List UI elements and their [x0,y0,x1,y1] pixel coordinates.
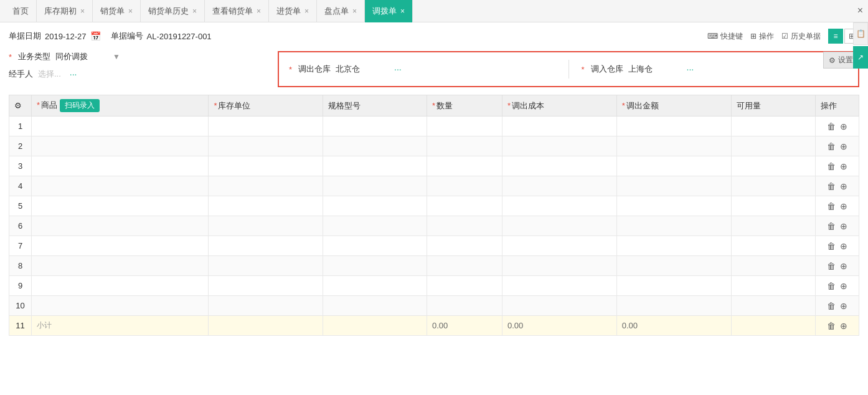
spec-cell[interactable] [323,236,427,256]
copy-icon[interactable]: ⊕ [840,161,847,171]
qty-cell[interactable] [427,256,502,276]
copy-icon[interactable]: ⊕ [840,301,847,311]
product-cell[interactable] [32,196,209,216]
delete-icon[interactable]: 🗑 [827,201,836,211]
cost-cell[interactable] [502,136,616,156]
unit-cell[interactable] [209,276,323,296]
spec-cell[interactable] [323,176,427,196]
cost-cell[interactable] [502,276,616,296]
tab-inventory-init[interactable]: 库存期初 × [37,0,93,22]
delete-icon[interactable]: 🗑 [827,241,836,251]
spec-cell[interactable] [323,276,427,296]
copy-icon[interactable]: ⊕ [840,241,847,251]
spec-cell[interactable] [323,117,427,136]
tab-purchase[interactable]: 进货单 × [269,0,317,22]
unit-cell[interactable] [209,136,323,156]
available-cell[interactable] [731,176,815,196]
qty-cell[interactable] [427,196,502,216]
copy-icon[interactable]: ⊕ [840,181,847,191]
amount-cell[interactable] [616,117,731,136]
tab-sales-order[interactable]: 销货单 × [93,0,141,22]
available-cell[interactable] [731,276,815,296]
product-cell[interactable] [32,117,209,136]
col-settings[interactable]: ⚙ [9,95,32,117]
available-cell[interactable] [731,256,815,276]
tab-close-purchase[interactable]: × [304,7,309,16]
qty-cell[interactable] [427,296,502,316]
tab-close-sales-history[interactable]: × [192,7,197,16]
tab-inventory-check[interactable]: 盘点单 × [317,0,365,22]
calendar-icon[interactable]: 📅 [90,31,101,41]
qty-cell[interactable] [427,117,502,136]
copy-icon[interactable]: ⊕ [840,221,847,231]
amount-cell[interactable] [616,196,731,216]
amount-cell[interactable] [616,256,731,276]
amount-cell[interactable] [616,216,731,236]
cost-cell[interactable] [502,117,616,136]
product-cell[interactable] [32,236,209,256]
delete-icon[interactable]: 🗑 [827,141,836,151]
available-cell[interactable] [731,216,815,236]
available-cell[interactable] [731,296,815,316]
sidebar-expand-button[interactable]: ↗ [853,46,868,69]
product-cell[interactable] [32,216,209,236]
tab-close-transfer[interactable]: × [400,7,405,16]
delete-icon[interactable]: 🗑 [827,181,836,191]
unit-cell[interactable] [209,216,323,236]
shortcut-button[interactable]: ⌨ 快捷键 [707,31,743,42]
tab-home[interactable]: 首页 [5,0,37,22]
available-cell[interactable] [731,136,815,156]
cost-cell[interactable] [502,296,616,316]
spec-cell[interactable] [323,196,427,216]
copy-icon[interactable]: ⊕ [840,281,847,291]
person-more-icon[interactable]: ··· [70,69,77,79]
product-cell[interactable] [32,156,209,176]
copy-icon[interactable]: ⊕ [840,141,847,151]
history-button[interactable]: ☑ 历史单据 [781,31,821,42]
amount-cell[interactable] [616,276,731,296]
unit-cell[interactable] [209,117,323,136]
product-cell[interactable] [32,136,209,156]
delete-icon[interactable]: 🗑 [827,221,836,231]
tab-close-inventory-check[interactable]: × [352,7,357,16]
unit-cell[interactable] [209,196,323,216]
product-cell[interactable] [32,256,209,276]
tab-close-view-sales[interactable]: × [257,7,261,16]
delete-icon[interactable]: 🗑 [827,261,836,271]
delete-icon[interactable]: 🗑 [827,161,836,171]
close-window-button[interactable]: × [857,5,863,16]
amount-cell[interactable] [616,296,731,316]
spec-cell[interactable] [323,156,427,176]
tab-transfer[interactable]: 调拨单 × [365,0,413,22]
qty-cell[interactable] [427,156,502,176]
unit-cell[interactable] [209,256,323,276]
spec-cell[interactable] [323,296,427,316]
cost-cell[interactable] [502,216,616,236]
product-cell[interactable] [32,296,209,316]
tab-close-inventory-init[interactable]: × [80,7,85,16]
cost-cell[interactable] [502,176,616,196]
cost-cell[interactable] [502,256,616,276]
spec-cell[interactable] [323,256,427,276]
copy-icon[interactable]: ⊕ [840,261,847,271]
qty-cell[interactable] [427,176,502,196]
delete-icon[interactable]: 🗑 [827,281,836,291]
available-cell[interactable] [731,117,815,136]
delete-icon[interactable]: 🗑 [827,301,836,311]
product-cell[interactable] [32,276,209,296]
view-list-button[interactable]: ≡ [828,29,843,44]
unit-cell[interactable] [209,296,323,316]
amount-cell[interactable] [616,236,731,256]
qty-cell[interactable] [427,136,502,156]
scan-input-button[interactable]: 扫码录入 [60,99,100,112]
copy-icon[interactable]: ⊕ [840,321,847,331]
qty-cell[interactable] [427,276,502,296]
spec-cell[interactable] [323,216,427,236]
cost-cell[interactable] [502,196,616,216]
tab-view-sales[interactable]: 查看销货单 × [205,0,269,22]
tab-sales-history[interactable]: 销货单历史 × [141,0,205,22]
unit-cell[interactable] [209,156,323,176]
copy-icon[interactable]: ⊕ [840,201,847,211]
spec-cell[interactable] [323,136,427,156]
out-warehouse-more-icon[interactable]: ··· [394,64,402,74]
